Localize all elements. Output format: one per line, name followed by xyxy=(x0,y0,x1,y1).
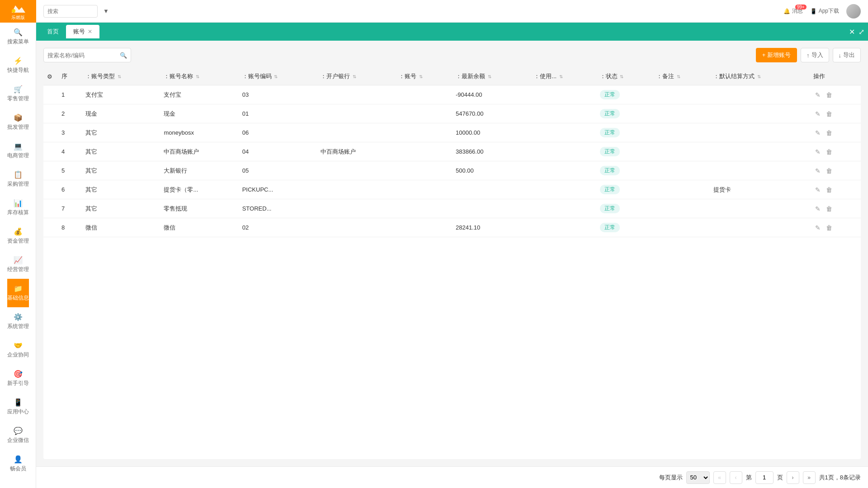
row-name: 现金 xyxy=(160,104,238,123)
col-status[interactable]: ：状态 ⇅ xyxy=(596,68,653,85)
row-balance: 383866.00 xyxy=(452,142,530,161)
search-wrap: 🔍 xyxy=(43,48,131,62)
sidebar-item-finance[interactable]: 💰资金管理 xyxy=(7,222,29,250)
row-remark xyxy=(653,85,710,104)
col-usage[interactable]: ：使用... ⇅ xyxy=(530,68,596,85)
sidebar-item-label: 系统管理 xyxy=(7,323,29,330)
first-page-button[interactable]: « xyxy=(713,471,726,484)
tab-maximize-button[interactable]: ⤢ xyxy=(859,28,864,36)
edit-button[interactable]: ✎ xyxy=(813,204,822,213)
table-row: 8 微信 微信 02 28241.10 正常 ✎ 🗑 xyxy=(43,218,861,237)
row-account xyxy=(395,161,452,180)
sidebar-item-system[interactable]: ⚙️系统管理 xyxy=(7,307,29,336)
sidebar-item-app-center[interactable]: 📱应用中心 xyxy=(7,393,29,421)
user-avatar[interactable] xyxy=(846,4,861,19)
col-index: 序 xyxy=(58,68,82,85)
delete-button[interactable]: 🗑 xyxy=(824,147,834,156)
sidebar-item-label: 企业微信 xyxy=(7,436,29,444)
tab-home[interactable]: 首页 xyxy=(40,25,66,38)
sidebar-item-label: 批发管理 xyxy=(7,123,29,131)
last-page-button[interactable]: » xyxy=(803,471,816,484)
app-download-button[interactable]: 📱 App下载 xyxy=(810,7,839,15)
export-button[interactable]: ↓ 导出 xyxy=(833,48,861,62)
row-usage xyxy=(530,199,596,218)
search-icon[interactable]: 🔍 xyxy=(120,52,127,59)
edit-button[interactable]: ✎ xyxy=(813,166,822,175)
delete-button[interactable]: 🗑 xyxy=(824,223,834,232)
row-settings xyxy=(43,104,58,123)
sidebar-item-wholesale[interactable]: 📦批发管理 xyxy=(7,108,29,136)
row-remark xyxy=(653,180,710,199)
sidebar-item-member[interactable]: 👤畅会员 xyxy=(7,450,29,478)
row-type: 支付宝 xyxy=(82,85,160,104)
col-code[interactable]: ：账号编码 ⇅ xyxy=(239,68,317,85)
delete-button[interactable]: 🗑 xyxy=(824,185,834,194)
per-page-select[interactable]: 50 20 100 xyxy=(686,471,710,484)
row-bank: 中百商场账户 xyxy=(317,142,395,161)
row-name: 零售抵现 xyxy=(160,199,238,218)
sidebar-item-search-menu[interactable]: 🔍搜索菜单 xyxy=(7,23,29,51)
edit-button[interactable]: ✎ xyxy=(813,109,822,118)
delete-button[interactable]: 🗑 xyxy=(824,128,834,137)
delete-button[interactable]: 🗑 xyxy=(824,204,834,213)
sidebar-item-inventory[interactable]: 📊库存核算 xyxy=(7,193,29,222)
col-type[interactable]: ：账号类型 ⇅ xyxy=(82,68,160,85)
sidebar-item-agreement[interactable]: 🤝企业协同 xyxy=(7,336,29,364)
sidebar-item-basic-info[interactable]: 📁基础信息 xyxy=(7,279,29,307)
search-input[interactable] xyxy=(47,52,120,59)
tab-account-label: 账号 xyxy=(73,28,85,36)
row-account xyxy=(395,180,452,199)
tab-account[interactable]: 账号 ✕ xyxy=(66,25,99,38)
edit-button[interactable]: ✎ xyxy=(813,185,822,194)
sidebar-item-purchase[interactable]: 📋采购管理 xyxy=(7,165,29,193)
col-bank[interactable]: ：开户银行 ⇅ xyxy=(317,68,395,85)
tab-close-all-button[interactable]: ✕ xyxy=(849,28,855,36)
prev-page-button[interactable]: ‹ xyxy=(730,471,742,484)
edit-button[interactable]: ✎ xyxy=(813,128,822,137)
tab-account-close[interactable]: ✕ xyxy=(88,28,92,35)
row-type: 现金 xyxy=(82,104,160,123)
sidebar-item-wechat[interactable]: 💬企业微信 xyxy=(7,421,29,450)
app-download-label: App下载 xyxy=(819,7,839,15)
agreement-icon: 🤝 xyxy=(14,341,23,350)
delete-button[interactable]: 🗑 xyxy=(824,109,834,118)
delete-button[interactable]: 🗑 xyxy=(824,90,834,99)
col-name-label: ：账号名称 xyxy=(164,73,193,80)
content-area: 🔍 + 新增账号 ↑ 导入 ↓ 导出 xyxy=(36,41,868,488)
col-name[interactable]: ：账号名称 ⇅ xyxy=(160,68,238,85)
page-input[interactable] xyxy=(755,471,774,484)
col-remark[interactable]: ：备注 ⇅ xyxy=(653,68,710,85)
ecommerce-icon: 💻 xyxy=(14,142,23,150)
col-code-label: ：账号编码 xyxy=(242,73,272,80)
edit-button[interactable]: ✎ xyxy=(813,90,822,99)
sort-icon-code: ⇅ xyxy=(274,74,278,79)
row-usage xyxy=(530,180,596,199)
delete-button[interactable]: 🗑 xyxy=(824,166,834,175)
table-row: 5 其它 大新银行 05 500.00 正常 ✎ 🗑 xyxy=(43,161,861,180)
sidebar-item-operation[interactable]: 📈经营管理 xyxy=(7,250,29,279)
row-default-payment xyxy=(710,85,810,104)
export-label: 导出 xyxy=(843,51,855,59)
col-balance[interactable]: ：最新余额 ⇅ xyxy=(452,68,530,85)
app-center-icon: 📱 xyxy=(14,398,23,407)
top-search-input[interactable] xyxy=(43,5,98,18)
table-row: 2 现金 现金 01 547670.00 正常 ✎ 🗑 xyxy=(43,104,861,123)
sidebar-item-ecommerce[interactable]: 💻电商管理 xyxy=(7,136,29,165)
sidebar-item-quick-nav[interactable]: ⚡快捷导航 xyxy=(7,51,29,80)
row-name: 提货卡（零... xyxy=(160,180,238,199)
next-page-button[interactable]: › xyxy=(787,471,799,484)
search-menu-icon: 🔍 xyxy=(14,28,23,37)
header-dropdown[interactable]: ▼ xyxy=(103,8,109,14)
edit-button[interactable]: ✎ xyxy=(813,223,822,232)
col-settings[interactable]: ⚙ xyxy=(43,68,58,85)
col-account[interactable]: ：账号 ⇅ xyxy=(395,68,452,85)
sidebar-item-retail[interactable]: 🛒零售管理 xyxy=(7,80,29,108)
sidebar-item-guide[interactable]: 🎯新手引导 xyxy=(7,364,29,393)
notification-button[interactable]: 🔔 消息 99+ xyxy=(783,7,803,15)
import-button[interactable]: ↑ 导入 xyxy=(801,48,829,62)
row-code: STORED... xyxy=(239,199,317,218)
retail-icon: 🛒 xyxy=(14,85,23,94)
edit-button[interactable]: ✎ xyxy=(813,147,822,156)
col-default-payment[interactable]: ：默认结算方式 ⇅ xyxy=(710,68,810,85)
add-account-button[interactable]: + 新增账号 xyxy=(756,48,797,62)
